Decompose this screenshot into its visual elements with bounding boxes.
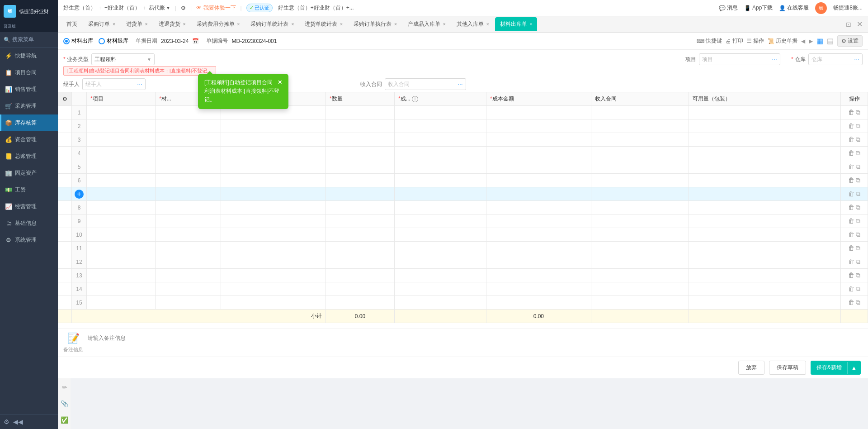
delete-icon-8[interactable]: 🗑 bbox=[848, 204, 854, 211]
copy-icon-10[interactable]: ⧉ bbox=[856, 231, 860, 238]
delete-icon-10[interactable]: 🗑 bbox=[848, 231, 854, 238]
sidebar-item-quick-nav[interactable]: ⚡ 快捷导航 bbox=[0, 48, 58, 64]
tab-close-material-out[interactable]: × bbox=[530, 22, 533, 27]
radio-material-return[interactable]: 材料退库 bbox=[99, 37, 128, 45]
collapse-icon[interactable]: ◀◀ bbox=[13, 418, 23, 425]
shortcut-btn[interactable]: ⌨ 快捷键 bbox=[697, 37, 722, 45]
sidebar-item-basic-info[interactable]: 🗂 基础信息 bbox=[0, 215, 58, 232]
copy-icon-15[interactable]: ⧉ bbox=[856, 299, 860, 306]
th-settings[interactable]: ⚙ bbox=[58, 92, 72, 106]
sidebar-item-salary[interactable]: 💵 工资 bbox=[0, 181, 58, 198]
sidebar-item-sales[interactable]: 📊 销售管理 bbox=[0, 81, 58, 98]
app-download-btn[interactable]: 📱 App下载 bbox=[744, 4, 773, 12]
row-cost-2[interactable] bbox=[394, 119, 486, 133]
customer-service-btn[interactable]: 👤 在线客服 bbox=[779, 4, 809, 12]
copy-icon-1[interactable]: ⧉ bbox=[856, 109, 860, 116]
copy-icon-6[interactable]: ⧉ bbox=[856, 176, 860, 184]
business-type-select[interactable]: 工程领料 ▼ bbox=[91, 53, 155, 65]
row-active-material[interactable] bbox=[155, 187, 221, 201]
row-quantity-1[interactable] bbox=[326, 106, 395, 119]
message-btn[interactable]: 💬 消息 bbox=[719, 4, 738, 12]
copy-icon-7[interactable]: ⧉ bbox=[856, 190, 860, 197]
income-contract-dots[interactable]: ··· bbox=[458, 81, 463, 88]
top-nav-agent[interactable]: 易代账 ▼ bbox=[149, 4, 170, 12]
row-project-1[interactable] bbox=[87, 106, 156, 119]
manager-dots[interactable]: ··· bbox=[137, 81, 142, 88]
search-menu[interactable]: 🔍 搜索菜单 bbox=[0, 32, 58, 48]
row-available-1[interactable] bbox=[689, 106, 840, 119]
top-nav-home[interactable]: 好生意（首） bbox=[63, 4, 96, 12]
tab-purchase-goods[interactable]: 进货单 × bbox=[121, 17, 153, 31]
top-nav-more[interactable]: 好生意（首）+好业财（首）+... bbox=[278, 4, 354, 12]
tab-purchase-order[interactable]: 采购订单 × bbox=[83, 17, 120, 31]
row-cost-amount-2[interactable] bbox=[486, 119, 591, 133]
sidebar-item-project-contract[interactable]: 📋 项目合同 bbox=[0, 64, 58, 81]
tab-finished-goods[interactable]: 产成品入库单 × bbox=[403, 17, 451, 31]
copy-icon-5[interactable]: ⧉ bbox=[856, 163, 860, 170]
copy-icon-13[interactable]: ⧉ bbox=[856, 272, 860, 279]
date-value[interactable]: 2023-03-24 bbox=[161, 38, 189, 44]
delete-icon-4[interactable]: 🗑 bbox=[848, 149, 854, 157]
delete-icon-14[interactable]: 🗑 bbox=[848, 285, 854, 292]
next-doc-btn[interactable]: ▶ bbox=[809, 38, 813, 44]
tab-goods-return[interactable]: 进退货货 × bbox=[154, 17, 191, 31]
project-dots[interactable]: ··· bbox=[772, 56, 777, 63]
sidebar-item-purchase[interactable]: 🛒 采购管理 bbox=[0, 98, 58, 114]
tab-other-stock-in[interactable]: 其他入库单 × bbox=[452, 17, 494, 31]
tab-home[interactable]: 首页 bbox=[61, 17, 82, 31]
user-avatar[interactable]: 畅 bbox=[815, 2, 827, 14]
tab-close-purchase-goods[interactable]: × bbox=[145, 22, 148, 27]
right-check-icon[interactable]: ✅ bbox=[59, 415, 70, 425]
experience-btn[interactable]: 👁 我要体验一下 bbox=[196, 4, 236, 12]
row-cost-amount-1[interactable] bbox=[486, 106, 591, 119]
radio-material-out[interactable]: 材料出库 bbox=[63, 37, 93, 45]
project-select[interactable]: 项目 ··· bbox=[699, 53, 780, 65]
top-nav-good-finance[interactable]: +好业财（首） bbox=[104, 4, 140, 12]
tab-close-goods-return[interactable]: × bbox=[183, 22, 186, 27]
delete-icon-1[interactable]: 🗑 bbox=[848, 109, 854, 116]
sidebar-item-operations[interactable]: 📈 经营管理 bbox=[0, 198, 58, 215]
sidebar-item-system[interactable]: ⚙ 系统管理 bbox=[0, 232, 58, 248]
copy-icon-9[interactable]: ⧉ bbox=[856, 217, 860, 224]
tab-close-other-stock-in[interactable]: × bbox=[486, 22, 489, 27]
copy-icon-8[interactable]: ⧉ bbox=[856, 204, 860, 211]
list-view-icon[interactable]: ▤ bbox=[827, 37, 834, 45]
delete-icon-11[interactable]: 🗑 bbox=[848, 244, 854, 252]
cost-info-icon[interactable]: i bbox=[412, 96, 418, 102]
tab-purchase-stats[interactable]: 采购订单统计表 × bbox=[245, 17, 299, 31]
settings-gear[interactable]: ⚙ bbox=[181, 5, 186, 11]
delete-icon-7[interactable]: 🗑 bbox=[848, 190, 854, 197]
copy-icon-3[interactable]: ⧉ bbox=[856, 136, 860, 143]
calendar-icon[interactable]: 📅 bbox=[192, 38, 199, 44]
row-material-2[interactable] bbox=[155, 119, 221, 133]
grid-view-icon[interactable]: ▦ bbox=[816, 37, 823, 45]
tab-purchase-fee[interactable]: 采购费用分摊单 × bbox=[192, 17, 245, 31]
delete-icon-15[interactable]: 🗑 bbox=[848, 299, 854, 306]
row-available-2[interactable] bbox=[689, 119, 840, 133]
save-draft-button[interactable]: 保存草稿 bbox=[769, 361, 806, 375]
page-settings-btn[interactable]: ⚙ 设置 bbox=[837, 35, 863, 47]
tab-close-purchase-fee[interactable]: × bbox=[237, 22, 240, 27]
delete-icon-3[interactable]: 🗑 bbox=[848, 136, 854, 143]
row-quantity-2[interactable] bbox=[326, 119, 395, 133]
tooltip-close-btn[interactable]: ✕ bbox=[278, 78, 282, 87]
prev-doc-btn[interactable]: ◀ bbox=[801, 38, 805, 44]
income-contract-select[interactable]: 收入合同 ··· bbox=[385, 78, 466, 90]
delete-icon-13[interactable]: 🗑 bbox=[848, 272, 854, 279]
warehouse-select[interactable]: 仓库 ··· bbox=[808, 53, 863, 65]
sidebar-item-finance[interactable]: 💰 资金管理 bbox=[0, 131, 58, 148]
row-contract-2[interactable] bbox=[591, 119, 689, 133]
warehouse-dots[interactable]: ··· bbox=[854, 56, 859, 63]
tab-close-order-execution[interactable]: × bbox=[394, 22, 397, 27]
sidebar-item-fixed-assets[interactable]: 🏢 固定资产 bbox=[0, 165, 58, 181]
history-btn[interactable]: 📜 历史单据 bbox=[768, 37, 797, 45]
delete-icon-5[interactable]: 🗑 bbox=[848, 163, 854, 170]
print-btn[interactable]: 🖨 打印 bbox=[726, 37, 743, 45]
maximize-icon[interactable]: ⊡ bbox=[844, 21, 853, 28]
notes-input[interactable] bbox=[88, 333, 863, 349]
copy-icon-11[interactable]: ⧉ bbox=[856, 244, 860, 252]
copy-icon-12[interactable]: ⧉ bbox=[856, 258, 860, 265]
tab-close-goods-stats[interactable]: × bbox=[340, 22, 343, 27]
row-contract-1[interactable] bbox=[591, 106, 689, 119]
save-new-main-btn[interactable]: 保存&新增 bbox=[811, 361, 847, 374]
